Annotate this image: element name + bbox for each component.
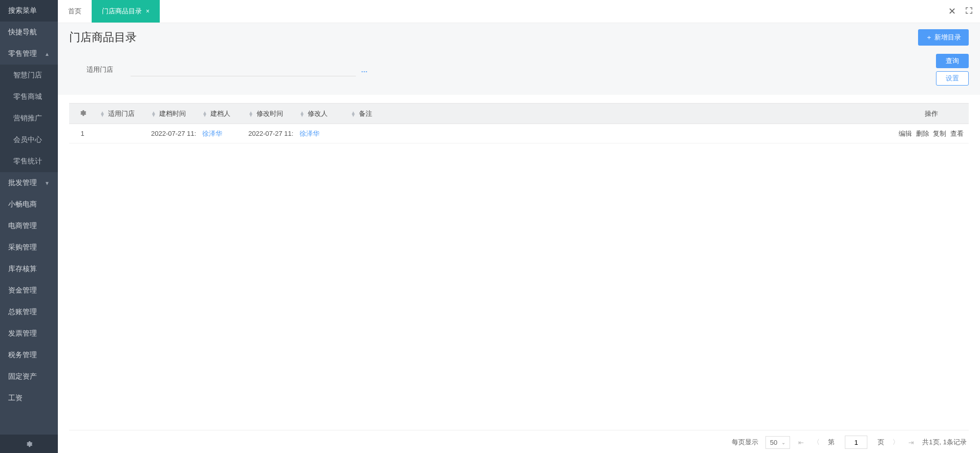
plus-icon: ＋ [926,33,932,42]
pagination: 每页显示 50 ⌄ ⇤ 〈 第 页 〉 ⇥ 共1页, 1条记录 [69,430,969,449]
col-create-user[interactable]: 建档人 [198,104,244,124]
close-icon[interactable]: × [146,8,150,15]
sort-icon [100,111,105,116]
sidebar-item[interactable]: 快捷导航 [0,22,58,43]
pagination-summary: 共1页, 1条记录 [922,438,967,447]
fullscreen-icon[interactable] [965,7,973,16]
sidebar-item[interactable]: 零售管理▲ [0,43,58,65]
sidebar-item[interactable]: 采购管理 [0,237,58,258]
col-modify-user[interactable]: 修改人 [295,104,347,124]
column-settings[interactable] [69,104,96,124]
sidebar-item-label: 搜索菜单 [8,6,37,15]
per-page-select[interactable]: 50 ⌄ [765,436,790,449]
page-header: 门店商品目录 ＋ 新增目录 [58,23,980,51]
add-catalog-label: 新增目录 [934,33,961,42]
sidebar-item-label: 发票管理 [8,329,37,338]
tab[interactable]: 首页 [58,0,92,23]
view-button[interactable]: 查看 [950,130,964,137]
sidebar-item[interactable]: 搜索菜单 [0,0,58,22]
gear-icon [25,440,33,448]
sidebar-item[interactable]: 零售商城 [0,86,58,108]
sidebar-item-label: 资金管理 [8,286,37,295]
sidebar-item-label: 库存核算 [8,264,37,274]
sidebar-item[interactable]: 零售统计 [0,151,58,172]
sidebar-item-label: 税务管理 [8,351,37,360]
col-ops: 操作 [890,104,969,124]
tab-label: 首页 [68,7,81,16]
cell-modify-user: 徐泽华 [295,124,347,143]
tab-label: 门店商品目录 [102,7,142,16]
user-link[interactable]: 徐泽华 [202,130,222,137]
user-link[interactable]: 徐泽华 [300,130,319,137]
sidebar-item[interactable]: 小畅电商 [0,194,58,215]
sidebar-item-label: 会员中心 [13,135,42,145]
table-area: 适用门店 建档时间 建档人 修改时间 修改人 备注 操作 12022-07-27… [58,95,980,453]
prev-page-button[interactable]: 〈 [812,438,821,447]
col-create-time[interactable]: 建档时间 [147,104,198,124]
cell-create-user: 徐泽华 [198,124,244,143]
delete-button[interactable]: 删除 [916,130,929,137]
sort-icon [300,111,305,116]
filter-store-label: 适用门店 [87,65,113,74]
sidebar-item[interactable]: 资金管理 [0,280,58,301]
lookup-icon[interactable]: … [361,66,368,74]
per-page-label: 每页显示 [732,438,758,447]
row-index: 1 [69,124,96,143]
sidebar-item-label: 批发管理 [8,178,37,188]
settings-button[interactable]: 设置 [936,71,969,86]
sidebar-item[interactable]: 智慧门店 [0,65,58,86]
sidebar-item[interactable]: 库存核算 [0,258,58,280]
search-button[interactable]: 查询 [936,54,969,68]
sidebar-item[interactable]: 电商管理 [0,215,58,237]
sort-icon [351,111,356,116]
cell-create-time: 2022-07-27 11: [147,124,198,143]
tab[interactable]: 门店商品目录× [92,0,160,23]
sidebar-item-label: 固定资产 [8,372,37,381]
tab-bar: 首页门店商品目录× ✕ [58,0,980,23]
copy-button[interactable]: 复制 [933,130,946,137]
sidebar-item[interactable]: 税务管理 [0,344,58,366]
page-input[interactable] [845,436,867,449]
sidebar-settings[interactable] [0,435,58,453]
sidebar-item[interactable]: 批发管理▼ [0,172,58,194]
last-page-button[interactable]: ⇥ [907,439,915,446]
sort-icon [248,111,253,116]
sidebar-item-label: 快捷导航 [8,28,37,37]
data-table: 适用门店 建档时间 建档人 修改时间 修改人 备注 操作 12022-07-27… [69,103,969,143]
sidebar-item-label: 零售商城 [13,92,42,101]
cell-store [96,124,147,143]
sidebar-item-label: 零售统计 [13,157,42,166]
filter-store-input[interactable] [131,63,356,76]
close-icon[interactable]: ✕ [948,6,956,17]
sort-icon [151,111,156,116]
sidebar-item-label: 零售管理 [8,49,37,58]
sidebar-item-label: 采购管理 [8,243,37,252]
edit-button[interactable]: 编辑 [899,130,912,137]
chevron-up-icon: ▲ [45,51,50,57]
sidebar-item[interactable]: 总账管理 [0,301,58,323]
main: 首页门店商品目录× ✕ 门店商品目录 ＋ 新增目录 适用门店 … [58,0,980,453]
col-store[interactable]: 适用门店 [96,104,147,124]
add-catalog-button[interactable]: ＋ 新增目录 [918,29,969,46]
next-page-button[interactable]: 〉 [891,438,900,447]
first-page-button[interactable]: ⇤ [797,439,805,446]
sidebar-item-label: 工资 [8,394,23,403]
page-title: 门店商品目录 [69,30,137,45]
sidebar-item[interactable]: 营销推广 [0,108,58,129]
sidebar-item-label: 营销推广 [13,114,42,123]
sidebar-item-label: 智慧门店 [13,71,42,80]
sidebar-item[interactable]: 固定资产 [0,366,58,387]
sidebar-item-label: 小畅电商 [8,200,37,209]
col-modify-time[interactable]: 修改时间 [244,104,295,124]
sidebar-item[interactable]: 发票管理 [0,323,58,344]
page-prefix: 第 [828,438,835,447]
gear-icon [79,109,87,117]
cell-modify-time: 2022-07-27 11: [244,124,295,143]
chevron-down-icon: ▼ [45,180,50,186]
sort-icon [202,111,207,116]
sidebar-item[interactable]: 工资 [0,387,58,409]
sidebar-item-label: 总账管理 [8,307,37,317]
sidebar-item[interactable]: 会员中心 [0,129,58,151]
col-remark[interactable]: 备注 [347,104,890,124]
page-suffix: 页 [878,438,884,447]
